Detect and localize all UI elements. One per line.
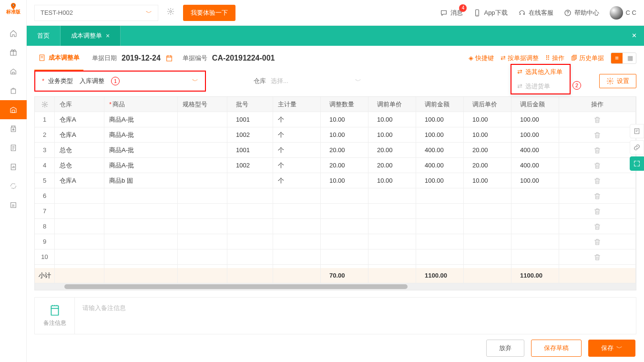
svg-point-8	[170, 10, 172, 12]
bill-source-menu: ⇄ 选其他入库单 ⇄ 选进货单	[511, 64, 571, 94]
tool-history[interactable]: 🗐 历史单据	[571, 53, 604, 63]
table-row[interactable]: 8	[35, 219, 636, 234]
tab-cost-adjust[interactable]: 成本调整单 ×	[61, 26, 121, 46]
delete-row-icon[interactable]	[559, 265, 636, 268]
remark-input[interactable]	[75, 298, 636, 334]
nav-home-icon[interactable]	[0, 24, 27, 43]
save-button[interactable]: 保存 ﹀	[588, 340, 635, 357]
warehouse-select[interactable]: 仓库 选择... ﹀	[254, 76, 361, 86]
nav-sync-icon[interactable]	[0, 176, 27, 196]
menu-item-purchase: ⇄ 选进货单	[511, 79, 570, 93]
tab-home[interactable]: 首页	[27, 26, 61, 46]
svg-point-0	[12, 4, 14, 6]
note-icon	[49, 304, 61, 317]
discard-button[interactable]: 放弃	[486, 340, 524, 357]
tabbar: 首页 成本调整单 × ✕	[27, 26, 644, 46]
settings-button[interactable]: 设置	[599, 74, 636, 88]
view-switch[interactable]: ≡▦	[611, 52, 636, 64]
delete-row-icon[interactable]	[559, 204, 636, 218]
delete-row-icon[interactable]	[559, 173, 636, 188]
app-download-link[interactable]: App下载	[473, 8, 507, 18]
chevron-down-icon: ﹀	[355, 76, 361, 86]
top-header: TEST-H002 ﹀ 我要体验一下 消息 4 App下载 在线客服	[27, 0, 644, 26]
nav-money-icon[interactable]	[0, 119, 27, 138]
gear-icon[interactable]	[35, 97, 55, 112]
chevron-down-icon: ﹀	[192, 76, 198, 86]
svg-rect-3	[12, 110, 14, 113]
delete-row-icon[interactable]	[559, 127, 636, 142]
tool-operate[interactable]: ⠿ 操作	[545, 53, 564, 63]
nav-gift-icon[interactable]	[0, 43, 27, 62]
table-row[interactable]: 2仓库A商品A-批1002个10.0010.00100.0010.00100.0…	[35, 127, 636, 143]
chevron-down-icon: ﹀	[616, 344, 623, 352]
grid-header: 仓库 商品 规格型号 批号 主计量 调整数量 调前单价 调前金额 调后单价 调后…	[35, 97, 636, 112]
svg-rect-16	[634, 129, 639, 134]
nav-report-icon[interactable]	[0, 157, 27, 176]
delete-row-icon[interactable]	[559, 234, 636, 249]
service-link[interactable]: 在线客服	[518, 8, 553, 18]
menu-item-other-inbound[interactable]: ⇄ 选其他入库单	[511, 65, 570, 79]
doc-code: CA-20191224-001	[212, 52, 275, 64]
nav-bag-icon[interactable]	[0, 81, 27, 100]
nav-house-icon[interactable]	[0, 62, 27, 81]
side-link-icon[interactable]	[630, 140, 644, 155]
business-type-select[interactable]: * 业务类型 入库调整 1 ﹀	[34, 71, 206, 92]
subtotal-row: 小计 70.00 1100.00 1100.00	[35, 268, 636, 283]
svg-rect-15	[51, 306, 58, 315]
messages-badge: 4	[459, 4, 467, 12]
table-row[interactable]: 10	[35, 249, 636, 265]
horizontal-scrollbar[interactable]	[35, 283, 636, 290]
svg-point-14	[44, 103, 46, 105]
table-row[interactable]: 7	[35, 204, 636, 219]
delete-row-icon[interactable]	[559, 249, 636, 264]
delete-row-icon[interactable]	[559, 143, 636, 157]
delete-row-icon[interactable]	[559, 158, 636, 173]
table-row[interactable]: 3总仓商品A-批1001个20.0020.00400.0020.00400.00	[35, 143, 636, 158]
gear-icon[interactable]	[167, 8, 174, 18]
calendar-icon[interactable]	[165, 54, 173, 62]
grid: 仓库 商品 规格型号 批号 主计量 调整数量 调前单价 调前金额 调后单价 调后…	[34, 96, 636, 290]
svg-rect-2	[11, 89, 15, 93]
messages-link[interactable]: 消息 4	[440, 8, 463, 18]
nav-sheet-icon[interactable]	[0, 138, 27, 157]
delete-row-icon[interactable]	[559, 219, 636, 234]
remark-box: 备注信息	[34, 297, 636, 334]
tool-by-bill[interactable]: ⇄ 按单据调整	[501, 53, 539, 63]
table-row[interactable]: 5仓库A商品b 固个10.0010.00100.0010.00100.00	[35, 173, 636, 188]
grid-view-icon: ▦	[624, 53, 636, 63]
side-expand-icon[interactable]	[630, 156, 644, 171]
delete-row-icon[interactable]	[559, 112, 636, 127]
svg-rect-12	[167, 56, 172, 61]
close-icon[interactable]: ×	[106, 31, 110, 41]
annotation-1: 1	[111, 77, 120, 85]
nav-rail: 标准版 新	[0, 0, 27, 362]
doc-date[interactable]: 2019-12-24	[122, 52, 161, 64]
nav-new-icon[interactable]: 新	[0, 196, 27, 215]
nav-warehouse-icon[interactable]	[0, 100, 27, 119]
table-row[interactable]: 1仓库A商品A-批1001个10.0010.00100.0010.00100.0…	[35, 112, 636, 127]
delete-row-icon[interactable]	[559, 188, 636, 203]
user-menu[interactable]: C C	[610, 6, 636, 20]
org-selector[interactable]: TEST-H002 ﹀	[34, 5, 158, 21]
try-button[interactable]: 我要体验一下	[183, 5, 235, 21]
table-row[interactable]: 9	[35, 234, 636, 249]
avatar	[610, 6, 623, 20]
close-all-icon[interactable]: ✕	[624, 26, 644, 46]
svg-point-13	[609, 80, 611, 82]
doc-title: 成本调整单	[34, 46, 83, 71]
chevron-down-icon: ﹀	[146, 8, 152, 18]
svg-text:新: 新	[12, 204, 15, 207]
table-row[interactable]: 6	[35, 188, 636, 204]
save-draft-button[interactable]: 保存草稿	[531, 340, 582, 357]
help-link[interactable]: 帮助中心	[564, 8, 599, 18]
brand-logo: 标准版	[4, 2, 23, 21]
annotation-2: 2	[572, 81, 581, 90]
side-note-icon[interactable]	[630, 124, 644, 138]
table-row[interactable]: 11	[35, 265, 636, 268]
side-tools	[630, 124, 644, 171]
tool-shortcut[interactable]: ◈ 快捷键	[469, 53, 494, 63]
table-row[interactable]: 4总仓商品A-批1002个20.0020.00400.0020.00400.00	[35, 158, 636, 173]
list-view-icon: ≡	[611, 53, 623, 63]
